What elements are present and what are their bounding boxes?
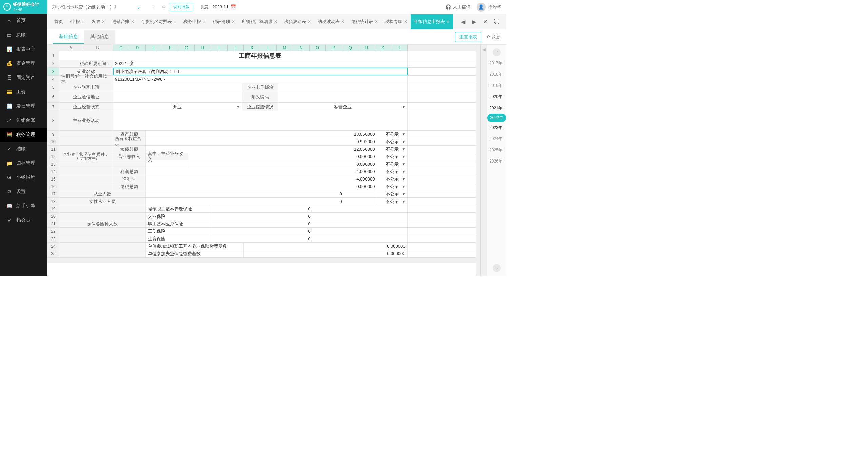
col-header[interactable]: E: [146, 45, 162, 51]
period-value[interactable]: 2023-11: [212, 4, 229, 10]
nav-item-xiaochang[interactable]: G小畅报销: [0, 170, 47, 185]
nav-item-archive[interactable]: 📁归档管理: [0, 156, 47, 170]
tab[interactable]: 首页: [51, 14, 66, 29]
tab[interactable]: ‹申报✕: [66, 14, 88, 29]
row-header[interactable]: 22: [47, 228, 59, 235]
tab[interactable]: 纳税波动表✕: [314, 14, 348, 29]
tab-prev-icon[interactable]: ◀: [458, 19, 469, 25]
year-down-icon[interactable]: ⌄: [493, 264, 501, 272]
nav-item-money[interactable]: 💰资金管理: [0, 56, 47, 71]
account-selector[interactable]: 刘小艳演示账套（勿删勿动！）1 ⌄: [52, 4, 141, 10]
row-header[interactable]: 1: [47, 51, 59, 60]
nav-item-home[interactable]: ⌂首页: [0, 14, 47, 28]
nav-item-close-acc[interactable]: ✓结账: [0, 142, 47, 156]
nav-item-invoice[interactable]: 🧾发票管理: [0, 99, 47, 113]
phone-input[interactable]: [113, 83, 242, 91]
tab-close-all-icon[interactable]: ✕: [479, 19, 491, 25]
close-icon[interactable]: ✕: [173, 19, 177, 24]
old-version-button[interactable]: 切到旧版: [170, 3, 193, 11]
collapse-handle[interactable]: ◀: [480, 45, 487, 276]
close-icon[interactable]: ✕: [341, 19, 344, 24]
publicity-select[interactable]: 不公示▼: [377, 183, 408, 190]
col-header[interactable]: J: [228, 45, 244, 51]
tab[interactable]: 存货别名对照表✕: [138, 14, 180, 29]
publicity-select[interactable]: 不公示▼: [377, 168, 408, 175]
nav-item-guide[interactable]: 📖新手引导: [0, 199, 47, 213]
nav-item-chart[interactable]: 📊报表中心: [0, 42, 47, 56]
row-header[interactable]: 3: [47, 68, 59, 75]
col-header[interactable]: P: [326, 45, 342, 51]
nav-item-vip[interactable]: V畅会员: [0, 213, 47, 227]
postcode-input[interactable]: [278, 91, 408, 102]
row-header[interactable]: 17: [47, 190, 59, 197]
tab[interactable]: 税表清册✕: [209, 14, 238, 29]
row-header[interactable]: 23: [47, 235, 59, 242]
row-header[interactable]: 20: [47, 213, 59, 220]
nav-item-asset[interactable]: 🗄固定资产: [0, 71, 47, 85]
col-header[interactable]: C: [113, 45, 129, 51]
publicity-select[interactable]: 不公示▼: [377, 198, 408, 205]
add-icon[interactable]: ＋: [151, 4, 155, 10]
col-header[interactable]: K: [244, 45, 260, 51]
tab[interactable]: 所得税汇算清缴✕: [238, 14, 281, 29]
nav-item-salary[interactable]: 💳工资: [0, 85, 47, 99]
avatar[interactable]: 👤: [477, 3, 486, 12]
col-header[interactable]: O: [310, 45, 326, 51]
close-icon[interactable]: ✕: [232, 19, 235, 24]
tab[interactable]: 发票✕: [88, 14, 108, 29]
row-header[interactable]: 19: [47, 205, 59, 212]
col-header[interactable]: H: [195, 45, 211, 51]
row-header[interactable]: 21: [47, 220, 59, 227]
close-icon[interactable]: ✕: [404, 19, 407, 24]
subtab-basic[interactable]: 基础信息: [53, 30, 84, 44]
horizontal-scrollbar[interactable]: [47, 258, 476, 263]
row-header[interactable]: 18: [47, 198, 59, 205]
col-header[interactable]: I: [211, 45, 228, 51]
col-header[interactable]: R: [358, 45, 375, 51]
mainbiz-input[interactable]: [113, 111, 408, 130]
row-header[interactable]: 24: [47, 243, 59, 250]
row-header[interactable]: 5: [47, 83, 59, 91]
close-icon[interactable]: ✕: [274, 19, 277, 24]
row-header[interactable]: 6: [47, 91, 59, 102]
row-header[interactable]: 16: [47, 183, 59, 190]
spreadsheet[interactable]: ABCDEFGHIJKLMNOPQRST 1工商年报信息表2税款所属期间：202…: [47, 45, 476, 276]
tab[interactable]: 年报信息申报表✕: [411, 14, 453, 29]
row-header[interactable]: 7: [47, 103, 59, 111]
row-header[interactable]: 11: [47, 146, 59, 153]
close-icon[interactable]: ✕: [131, 19, 134, 24]
row-header[interactable]: 2: [47, 60, 59, 67]
email-input[interactable]: [278, 83, 408, 91]
vertical-scrollbar[interactable]: [476, 45, 480, 276]
publicity-select[interactable]: 不公示▼: [377, 131, 408, 138]
col-header[interactable]: D: [129, 45, 145, 51]
col-header[interactable]: A: [59, 45, 82, 51]
publicity-select[interactable]: 不公示▼: [377, 153, 408, 160]
row-header[interactable]: 10: [47, 138, 59, 145]
row-header[interactable]: 12: [47, 153, 59, 160]
close-icon[interactable]: ✕: [446, 19, 450, 24]
subtab-other[interactable]: 其他信息: [84, 30, 115, 44]
row-header[interactable]: 14: [47, 168, 59, 175]
publicity-select[interactable]: 不公示▼: [377, 160, 408, 168]
col-header[interactable]: N: [293, 45, 309, 51]
nav-item-inout[interactable]: ⇄进销台账: [0, 113, 47, 128]
col-header[interactable]: M: [277, 45, 293, 51]
col-header[interactable]: T: [391, 45, 408, 51]
calendar-icon[interactable]: 📅: [231, 4, 236, 10]
col-header[interactable]: B: [82, 45, 113, 51]
tab[interactable]: 纳税统计表✕: [348, 14, 381, 29]
year-item[interactable]: 2021年: [487, 102, 506, 114]
close-icon[interactable]: ✕: [308, 19, 311, 24]
publicity-select[interactable]: 不公示▼: [377, 175, 408, 183]
status-select[interactable]: 开业▼: [113, 103, 242, 111]
col-header[interactable]: G: [178, 45, 195, 51]
row-header[interactable]: 8: [47, 111, 59, 130]
consult-link[interactable]: 人工咨询: [453, 4, 471, 10]
nav-item-settings[interactable]: ⚙设置: [0, 185, 47, 199]
year-item[interactable]: 2020年: [487, 91, 506, 102]
close-icon[interactable]: ✕: [375, 19, 378, 24]
row-header[interactable]: 25: [47, 250, 59, 257]
col-header[interactable]: L: [260, 45, 277, 51]
publicity-select[interactable]: 不公示▼: [377, 146, 408, 153]
